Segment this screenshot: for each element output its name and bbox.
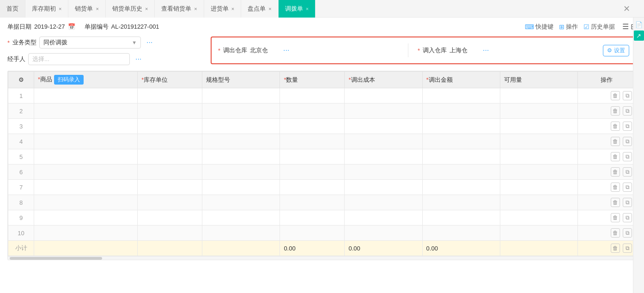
copy-row-icon-2[interactable]: ⧉: [623, 106, 632, 116]
delete-row-icon-9[interactable]: 🗑: [611, 213, 620, 222]
transfer-amount-cell-7[interactable]: [422, 180, 500, 195]
delete-row-icon-4[interactable]: 🗑: [611, 137, 620, 146]
delete-row-icon-1[interactable]: 🗑: [611, 91, 620, 100]
copy-row-icon-9[interactable]: ⧉: [623, 213, 632, 222]
quantity-cell-5[interactable]: [280, 149, 345, 165]
scan-button[interactable]: 扫码录入: [54, 75, 84, 85]
sidebar-document-icon[interactable]: 📄: [634, 19, 644, 30]
delete-row-icon-6[interactable]: 🗑: [611, 167, 620, 177]
transfer-amount-cell-3[interactable]: [422, 119, 500, 134]
transfer-cost-cell-3[interactable]: [345, 119, 422, 134]
copy-row-icon-1[interactable]: ⧉: [623, 91, 632, 100]
tab-close-sales-history[interactable]: ×: [145, 6, 148, 12]
copy-row-icon-3[interactable]: ⧉: [623, 122, 632, 131]
transfer-out-more[interactable]: ···: [283, 46, 289, 55]
quantity-cell-6[interactable]: [280, 165, 345, 180]
history-action[interactable]: ☑ 历史单据: [583, 23, 615, 31]
tab-view-sales[interactable]: 查看销货单×: [155, 0, 204, 18]
warehouse-unit-cell-3: [138, 119, 202, 134]
delete-row-icon-11[interactable]: 🗑: [611, 244, 620, 253]
transfer-amount-cell-9[interactable]: [422, 210, 500, 226]
view-toggle-list[interactable]: ☰: [622, 22, 629, 31]
copy-row-icon-5[interactable]: ⧉: [623, 152, 632, 161]
product-cell-2[interactable]: [34, 104, 138, 119]
business-type-more[interactable]: ···: [146, 38, 152, 47]
calendar-icon[interactable]: 📅: [68, 23, 75, 30]
sidebar-export-icon[interactable]: ↗: [634, 31, 644, 41]
product-cell-8[interactable]: [34, 195, 138, 210]
tab-close-view-sales[interactable]: ×: [194, 6, 197, 12]
product-cell-9[interactable]: [34, 210, 138, 226]
settings-button[interactable]: ⚙ 设置: [603, 45, 629, 56]
transfer-cost-cell-7[interactable]: [345, 180, 422, 195]
delete-row-icon-10[interactable]: 🗑: [611, 228, 620, 238]
tab-inventory-init[interactable]: 库存期初×: [25, 0, 68, 18]
product-cell-1[interactable]: [34, 88, 138, 104]
copy-row-icon-4[interactable]: ⧉: [623, 137, 632, 146]
transfer-amount-cell-6[interactable]: [422, 165, 500, 180]
transfer-cost-cell-2[interactable]: [345, 104, 422, 119]
warehouse-divider: [408, 43, 408, 57]
gear-column-header[interactable]: ⚙: [8, 72, 34, 88]
transfer-in-more[interactable]: ···: [483, 46, 489, 55]
product-cell-7[interactable]: [34, 180, 138, 195]
transfer-cost-cell-10[interactable]: [345, 226, 422, 241]
business-type-select[interactable]: 同价调拨 ▼: [39, 37, 141, 49]
tab-sales-history[interactable]: 销货单历史×: [106, 0, 155, 18]
quantity-cell-3[interactable]: [280, 119, 345, 134]
product-cell-5[interactable]: [34, 149, 138, 165]
copy-row-icon-6[interactable]: ⧉: [623, 167, 632, 177]
tab-inventory-check[interactable]: 盘点单×: [241, 0, 278, 18]
delete-row-icon-7[interactable]: 🗑: [611, 183, 620, 192]
copy-row-icon-7[interactable]: ⧉: [623, 183, 632, 192]
shortcut-action[interactable]: ⌨ 快捷键: [525, 23, 553, 31]
warehouse-unit-cell-7: [138, 180, 202, 195]
transfer-cost-cell-9[interactable]: [345, 210, 422, 226]
quantity-cell-4[interactable]: [280, 134, 345, 149]
tab-transfer-order[interactable]: 调拨单×: [279, 0, 316, 18]
copy-row-icon-8[interactable]: ⧉: [623, 198, 632, 207]
tab-close-sales-order[interactable]: ×: [96, 6, 98, 12]
transfer-amount-cell-2[interactable]: [422, 104, 500, 119]
person-more[interactable]: ···: [135, 55, 141, 63]
horizontal-scrollbar[interactable]: [8, 256, 636, 260]
transfer-cost-cell-5[interactable]: [345, 149, 422, 165]
transfer-amount-cell-10[interactable]: [422, 226, 500, 241]
quantity-cell-10[interactable]: [280, 226, 345, 241]
quantity-cell-2[interactable]: [280, 104, 345, 119]
person-select[interactable]: 选择...: [28, 53, 130, 65]
copy-row-icon-10[interactable]: ⧉: [623, 228, 632, 238]
delete-row-icon-2[interactable]: 🗑: [611, 106, 620, 116]
quantity-cell-8[interactable]: [280, 195, 345, 210]
delete-row-icon-8[interactable]: 🗑: [611, 198, 620, 207]
quantity-cell-7[interactable]: [280, 180, 345, 195]
transfer-cost-cell-6[interactable]: [345, 165, 422, 180]
product-cell-3[interactable]: [34, 119, 138, 134]
transfer-amount-cell-8[interactable]: [422, 195, 500, 210]
tab-close-purchase-order[interactable]: ×: [231, 6, 234, 12]
transfer-amount-cell-1[interactable]: [422, 88, 500, 104]
transfer-cost-cell-8[interactable]: [345, 195, 422, 210]
transfer-amount-cell-4[interactable]: [422, 134, 500, 149]
tab-close-inventory-check[interactable]: ×: [268, 6, 271, 12]
transfer-cost-column-header: *调出成本: [345, 72, 422, 88]
window-close-button[interactable]: ✕: [623, 0, 630, 18]
transfer-cost-cell-4[interactable]: [345, 134, 422, 149]
tab-close-inventory-init[interactable]: ×: [59, 6, 61, 12]
copy-row-icon-11[interactable]: ⧉: [623, 244, 632, 253]
quantity-cell-1[interactable]: [280, 88, 345, 104]
tab-close-transfer-order[interactable]: ×: [306, 6, 309, 12]
tab-purchase-order[interactable]: 进货单×: [204, 0, 241, 18]
tab-sales-order[interactable]: 销货单×: [68, 0, 105, 18]
delete-row-icon-5[interactable]: 🗑: [611, 152, 620, 161]
product-cell-4[interactable]: [34, 134, 138, 149]
product-cell-6[interactable]: [34, 165, 138, 180]
delete-row-icon-3[interactable]: 🗑: [611, 122, 620, 131]
product-cell-10[interactable]: [34, 226, 138, 241]
transfer-cost-cell-1[interactable]: [345, 88, 422, 104]
quantity-cell-9[interactable]: [280, 210, 345, 226]
transfer-amount-cell-5[interactable]: [422, 149, 500, 165]
tab-home[interactable]: 首页: [0, 0, 25, 18]
operation-action[interactable]: ⊞ 操作: [559, 23, 578, 31]
transfer-cost-cell-11: 0.00: [345, 241, 422, 256]
